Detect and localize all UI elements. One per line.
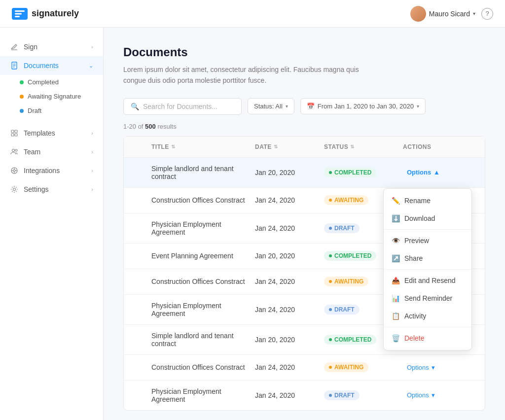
calendar-icon: 📅 <box>307 103 315 110</box>
sidebar-item-settings[interactable]: Settings › <box>0 180 103 199</box>
dropdown-download[interactable]: ⬇️ Download <box>384 210 471 227</box>
status-sort-icon: ⇅ <box>350 144 355 149</box>
documents-chevron-icon: ⌄ <box>89 63 93 69</box>
share-label: Share <box>404 254 423 262</box>
templates-label: Templates <box>24 129 55 137</box>
header-title[interactable]: TITLE ⇅ <box>151 143 255 150</box>
date-filter[interactable]: 📅 From Jan 1, 2020 to Jan 30, 2020 ▾ <box>300 98 426 114</box>
status-badge: COMPLETED <box>324 335 376 345</box>
status-dot-icon <box>329 254 332 257</box>
table-row[interactable]: Simple landlord and tenant contract Jan … <box>124 158 485 188</box>
activity-label: Activity <box>404 312 426 320</box>
toolbar: 🔍 Status: All ▾ 📅 From Jan 1, 2020 to Ja… <box>123 98 485 115</box>
svg-rect-2 <box>15 16 20 17</box>
row-title: Physician Employment Agreement <box>151 387 255 403</box>
status-dot-icon <box>329 338 332 341</box>
rename-icon: ✏️ <box>392 197 399 205</box>
status-badge: DRAFT <box>324 223 360 233</box>
row-date: Jan 20, 2020 <box>255 252 324 260</box>
search-icon: 🔍 <box>131 103 139 110</box>
documents-submenu: Completed Awaiting Signature Draft <box>0 75 103 118</box>
sidebar-item-awaiting[interactable]: Awaiting Signature <box>20 89 103 104</box>
options-chevron-icon: ▾ <box>432 364 435 371</box>
header-date[interactable]: DATE ⇅ <box>255 143 324 150</box>
row-status: COMPLETED <box>324 168 403 177</box>
awaiting-label: Awaiting Signature <box>28 93 81 100</box>
svg-point-20 <box>13 188 16 191</box>
documents-icon <box>10 61 19 70</box>
row-status: AWAITING <box>324 362 403 372</box>
row-title: Simple landlord and tenant contract <box>151 165 255 180</box>
sidebar-item-completed[interactable]: Completed <box>20 75 103 89</box>
preview-icon: 👁️ <box>392 237 399 245</box>
row-title: Event Planning Agreement <box>151 252 255 260</box>
send-reminder-label: Send Reminder <box>404 294 452 302</box>
search-input[interactable] <box>143 103 234 110</box>
dropdown-send-reminder[interactable]: 📊 Send Reminder <box>384 289 471 307</box>
activity-icon: 📋 <box>392 312 399 320</box>
completed-dot-icon <box>20 80 24 84</box>
help-icon[interactable]: ? <box>481 8 493 20</box>
user-name: Mauro Sicard <box>429 10 470 18</box>
sidebar-item-integrations[interactable]: Integrations › <box>0 161 103 180</box>
integrations-label: Integrations <box>24 167 60 175</box>
header-actions-label: ACTIONS <box>403 143 432 150</box>
sidebar-item-sign[interactable]: Sign › <box>0 37 103 56</box>
logo-icon <box>12 8 28 20</box>
dropdown-delete[interactable]: 🗑️ Delete <box>384 329 471 347</box>
svg-rect-8 <box>11 130 14 133</box>
row-title: Construction Offices Constract <box>151 278 255 285</box>
sidebar-item-team[interactable]: Team › <box>0 142 103 161</box>
row-title: Construction Offices Constract <box>151 363 255 371</box>
date-sort-icon: ⇅ <box>274 144 278 149</box>
row-date: Jan 24, 2020 <box>255 391 324 399</box>
options-button[interactable]: Options ▲ <box>403 167 444 178</box>
sidebar-item-templates[interactable]: Templates › <box>0 124 103 142</box>
status-badge: AWAITING <box>324 277 368 286</box>
status-badge: COMPLETED <box>324 251 376 261</box>
status-filter-chevron-icon: ▾ <box>286 104 288 109</box>
templates-icon <box>10 129 19 138</box>
page-title: Documents <box>123 45 485 59</box>
dropdown-edit-resend[interactable]: 📤 Edit and Resend <box>384 272 471 289</box>
templates-inner: Templates <box>10 129 55 138</box>
table-row[interactable]: Construction Offices Constract Jan 24, 2… <box>124 355 485 381</box>
sidebar-sign-label: Sign <box>24 43 37 51</box>
sidebar-item-documents[interactable]: Documents ⌄ <box>0 56 103 75</box>
header-date-label: DATE <box>255 143 272 150</box>
row-date: Jan 20, 2020 <box>255 336 324 344</box>
content-area: Documents Lorem ipsum dolor sit amet, co… <box>104 28 505 420</box>
settings-chevron-icon: › <box>91 186 93 192</box>
dropdown-share[interactable]: ↗️ Share <box>384 249 471 267</box>
header-actions: ACTIONS <box>403 143 477 150</box>
search-box[interactable]: 🔍 <box>123 98 242 115</box>
dropdown-rename[interactable]: ✏️ Rename <box>384 192 471 210</box>
dropdown-preview[interactable]: 👁️ Preview <box>384 232 471 249</box>
options-button[interactable]: Options ▾ <box>403 362 439 373</box>
logo-text: signaturely <box>32 8 79 19</box>
user-menu[interactable]: Mauro Sicard ▾ <box>410 6 475 22</box>
row-title: Simple landlord and tenant contract <box>151 332 255 348</box>
reminder-icon: 📊 <box>392 294 399 302</box>
row-actions: Options ▾ <box>403 362 477 373</box>
page-description: Lorem ipsum dolor sit amet, consectetur … <box>123 64 370 86</box>
row-actions: Options ▲ ✏️ Rename ⬇️ Download <box>403 167 477 178</box>
title-sort-icon: ⇅ <box>171 144 176 149</box>
completed-label: Completed <box>28 78 59 86</box>
dropdown-activity[interactable]: 📋 Activity <box>384 307 471 325</box>
settings-label: Settings <box>24 185 49 193</box>
integrations-icon <box>10 166 19 175</box>
row-actions: Options ▾ <box>403 389 477 401</box>
team-label: Team <box>24 148 40 156</box>
status-dot-icon <box>329 280 332 283</box>
edit-resend-icon: 📤 <box>392 277 399 284</box>
table-row[interactable]: Physician Employment Agreement Jan 24, 2… <box>124 381 485 410</box>
sidebar-item-draft[interactable]: Draft <box>20 104 103 118</box>
status-filter[interactable]: Status: All ▾ <box>248 98 294 114</box>
options-button[interactable]: Options ▾ <box>403 389 439 401</box>
status-badge: AWAITING <box>324 195 368 205</box>
svg-rect-10 <box>11 134 14 136</box>
sidebar-documents-inner: Documents <box>10 61 59 70</box>
header-status[interactable]: STATUS ⇅ <box>324 143 403 150</box>
delete-icon: 🗑️ <box>392 334 399 342</box>
